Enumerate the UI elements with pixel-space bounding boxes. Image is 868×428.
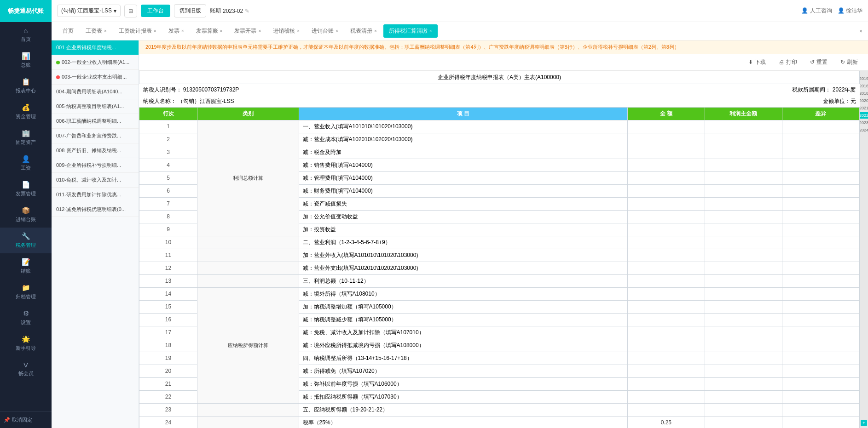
cell-amount	[627, 223, 705, 236]
print-button[interactable]: 🖨 打印	[775, 57, 801, 68]
left-panel-item-009[interactable]: 009-企业所得税补亏损明细...	[52, 158, 139, 173]
cell-item: 加：公允价值变动收益	[299, 210, 627, 223]
cell-diff	[782, 197, 859, 210]
col-header-profit: 利润主全额	[705, 107, 782, 120]
close-all-icon[interactable]: ×	[859, 28, 862, 34]
reset-label: 重置	[816, 58, 827, 66]
tab-salary-stats[interactable]: 工资统计报表 ×	[113, 24, 162, 38]
reset-button[interactable]: ↺ 重置	[806, 57, 831, 68]
sidebar-item-finance[interactable]: 💰 资金管理	[0, 99, 52, 125]
sidebar-item-invoice[interactable]: 📄 发票管理	[0, 176, 52, 202]
close-icon[interactable]: ×	[154, 29, 156, 34]
cell-item: 加：营业外收入(填写A101010\101020\103000)	[299, 249, 627, 262]
left-panel-item-001[interactable]: 001-企业所得税年度纳税...	[52, 40, 139, 55]
left-panel-item-008[interactable]: 008-资产折旧、摊销及纳税...	[52, 143, 139, 158]
close-icon[interactable]: ×	[220, 29, 223, 34]
timeline-2022[interactable]: 2022	[860, 112, 868, 119]
table-row: 企业所得税年度纳税申报表（A类）主表(A100000)	[139, 71, 860, 84]
tab-salary[interactable]: 工资表 ×	[80, 24, 112, 38]
timeline-2020[interactable]: 2020	[860, 97, 868, 104]
sidebar-item-label: 资金管理	[16, 113, 36, 120]
left-panel-item-004[interactable]: 004-期间费用明细表(A1040...	[52, 85, 139, 99]
tab-invoice-open[interactable]: 发票开票 ×	[229, 24, 266, 38]
sidebar-item-label: 畅会员	[18, 370, 34, 377]
tab-income-tax[interactable]: 所得税汇算清缴 ×	[383, 24, 438, 38]
left-panel-item-003[interactable]: 003-一般企业成本支出明细...	[52, 70, 139, 85]
sidebar-item-tax[interactable]: 🔧 税务管理	[0, 228, 52, 253]
left-panel-item-006[interactable]: 006-职工薪酬纳税调整明细...	[52, 114, 139, 129]
timeline-action-btn[interactable]: +	[861, 420, 867, 426]
close-icon[interactable]: ×	[297, 29, 300, 34]
cell-item: 减：境外所得（填写A108010）	[299, 287, 627, 300]
cell-amount	[627, 197, 705, 210]
workbench-button[interactable]: 工作台	[141, 5, 170, 17]
item-label: 002-一般企业收入明细表(A1...	[62, 59, 129, 66]
close-icon[interactable]: ×	[374, 29, 377, 34]
sidebar-item-salary[interactable]: 👤 工资	[0, 150, 52, 176]
tab-purchase-check[interactable]: 进销稽核 ×	[267, 24, 305, 38]
download-button[interactable]: ⬇ 下载	[745, 57, 770, 68]
timeline-2018[interactable]: 2018	[860, 90, 868, 97]
cell-amount	[627, 249, 705, 262]
sidebar-item-settings[interactable]: ⚙ 设置	[0, 305, 52, 331]
close-icon[interactable]: ×	[336, 29, 338, 34]
cell-profit	[705, 236, 782, 249]
tab-home[interactable]: 首页	[57, 24, 79, 38]
cell-rownum: 16	[139, 313, 197, 326]
tab-tax-summary[interactable]: 税表清册 ×	[345, 24, 382, 38]
left-panel-item-007[interactable]: 007-广告费和业务宣传费跌...	[52, 129, 139, 143]
timeline-2019[interactable]: 2019	[860, 75, 868, 82]
refresh-button[interactable]: ↻ 刷新	[837, 57, 862, 68]
item-label: 004-期间费用明细表(A1040...	[56, 88, 122, 95]
company-selector[interactable]: (勾销) 江西服宝-LSS ▾	[57, 5, 121, 17]
timeline-2016[interactable]: 2016	[860, 83, 868, 89]
item-label: 001-企业所得税年度纳税...	[56, 44, 116, 51]
cell-diff	[782, 287, 859, 300]
timeline-2023[interactable]: 2023	[860, 120, 868, 126]
topbar: (勾销) 江西服宝-LSS ▾ ⊟ 工作台 切到旧版 账期 2023-02 ✎ …	[52, 0, 868, 22]
left-panel-item-011[interactable]: 011-研发费用加计扣除优惠...	[52, 188, 139, 202]
left-panel-item-012[interactable]: 012-减免所得税优惠明细表(0...	[52, 202, 139, 217]
close-icon[interactable]: ×	[104, 29, 107, 34]
sidebar-item-archive[interactable]: 📁 归档管理	[0, 279, 52, 305]
tab-purchase-ledger[interactable]: 进销台账 ×	[306, 24, 344, 38]
left-panel-item-010[interactable]: 010-免税、减计收入及加计...	[52, 173, 139, 188]
tab-label: 发票	[168, 27, 179, 35]
close-icon[interactable]: ×	[429, 29, 432, 34]
tab-invoice-calc[interactable]: 发票算账 ×	[191, 24, 228, 38]
sidebar-item-stockledger[interactable]: 📦 进销台账	[0, 202, 52, 228]
cell-rownum: 7	[139, 197, 197, 210]
status-dot-red	[56, 75, 60, 79]
timeline-2024[interactable]: 2024	[860, 127, 868, 133]
cell-diff	[782, 313, 859, 326]
cell-diff	[782, 184, 859, 197]
cell-amount	[627, 326, 705, 339]
table-row: 纳税人识别号： 91320500703719732P 税款所属期间： 2022年…	[139, 84, 860, 96]
switch-old-button[interactable]: 切到旧版	[174, 4, 206, 17]
unpin-button[interactable]: 📌 取消固定	[0, 412, 52, 428]
close-icon[interactable]: ×	[258, 29, 261, 34]
cell-rownum: 1	[139, 120, 197, 133]
left-panel-item-005[interactable]: 005-纳税调整项目明细表(A1...	[52, 99, 139, 114]
cell-profit	[705, 300, 782, 313]
table-row: 11 加：营业外收入(填写A101010\101020\103000)	[139, 249, 860, 262]
sidebar-item-guide[interactable]: 🌟 新手引导	[0, 331, 52, 356]
edit-icon[interactable]: ✎	[245, 8, 249, 14]
tab-invoice[interactable]: 发票 ×	[163, 24, 190, 38]
user-avatar: 👤 徐洁华	[838, 7, 862, 15]
print-icon-btn[interactable]: ⊟	[124, 5, 137, 17]
timeline-2021[interactable]: 2021	[860, 105, 868, 111]
cell-item: 减：税金及附加	[299, 146, 627, 159]
tab-label: 发票算账	[196, 27, 218, 35]
close-icon[interactable]: ×	[181, 29, 184, 34]
cell-diff	[782, 249, 859, 262]
sidebar-item-assets[interactable]: 🏢 固定资产	[0, 125, 52, 150]
left-panel-item-002[interactable]: 002-一般企业收入明细表(A1...	[52, 55, 139, 70]
sidebar-item-settle[interactable]: 📝 结账	[0, 253, 52, 279]
sidebar-item-member[interactable]: V 畅会员	[0, 356, 52, 382]
unpin-label: 取消固定	[12, 417, 32, 423]
sidebar-item-home[interactable]: ⌂ 首页	[0, 22, 52, 47]
cell-category	[197, 249, 299, 262]
sidebar-item-reports[interactable]: 📋 报表中心	[0, 73, 52, 99]
sidebar-item-ledger[interactable]: 📊 总账	[0, 47, 52, 73]
